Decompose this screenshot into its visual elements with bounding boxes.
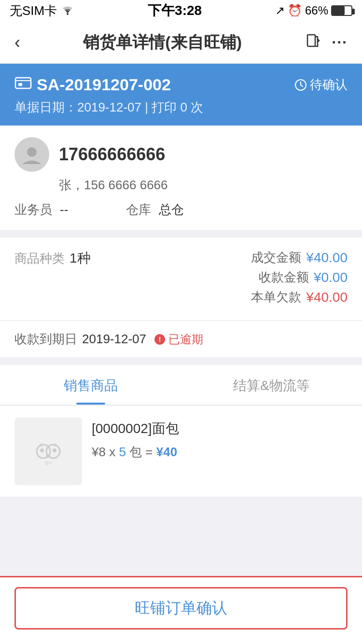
product-qty: 5 [119,445,125,459]
bottom-bar: 旺铺订单确认 [0,576,362,644]
amount-val-2: ¥40.00 [306,290,348,305]
product-section: 管+ [0000002]面包 ¥8 x 5 包 = ¥40 [0,406,362,497]
product-image: 管+ [14,418,82,485]
product-types-value: 1种 [70,249,91,267]
summary-right: 成交金额 ¥40.00 收款金额 ¥0.00 本单欠款 ¥40.00 [251,249,348,308]
product-price: ¥8 x 5 包 = ¥40 [92,444,348,461]
status-bar-right: ↗ ⏰ 66% [275,4,352,17]
sales-rep-value: -- [60,202,68,217]
alarm-icon: ⏰ [288,4,302,17]
svg-point-5 [27,147,37,157]
amount-val-1: ¥0.00 [314,270,348,285]
header-card: SA-20191207-002 待确认 单据日期：2019-12-07 | 打印… [0,64,362,126]
nav-bar: ‹ 销货单详情(来自旺铺) ··· [0,21,362,64]
status-time: 下午3:28 [148,1,202,20]
battery-icon [331,5,352,16]
page-title: 销货单详情(来自旺铺) [83,31,242,54]
overdue-section: 收款到期日 2019-12-07 ! 已逾期 [0,321,362,357]
overdue-badge: ! 已逾期 [154,332,203,347]
order-icon [14,75,32,94]
amount-label-1: 收款金额 [259,269,309,286]
warehouse-value: 总仓 [159,201,184,218]
svg-rect-3 [18,83,22,86]
overdue-date: 2019-12-07 [82,332,146,347]
svg-text:!: ! [159,336,161,343]
customer-meta: 业务员 -- 仓库 总仓 [14,201,348,218]
status-bar: 无SIM卡 下午3:28 ↗ ⏰ 66% [0,0,362,21]
status-bar-left: 无SIM卡 [10,2,74,19]
wifi-icon [61,3,74,18]
svg-point-0 [67,13,69,15]
svg-point-10 [40,448,44,452]
nav-actions: ··· [305,32,348,53]
order-number: SA-20191207-002 [14,75,171,94]
carrier-label: 无SIM卡 [10,2,57,19]
product-name: [0000002]面包 [92,420,348,438]
order-status: 待确认 [294,76,348,93]
confirm-order-button[interactable]: 旺铺订单确认 [14,587,348,630]
amount-val-0: ¥40.00 [306,250,348,266]
summary-left: 商品种类 1种 [14,249,91,269]
order-date: 单据日期：2019-12-07 | 打印 0 次 [14,99,348,116]
svg-rect-2 [15,78,31,88]
product-types-label: 商品种类 [14,250,65,267]
summary-section: 商品种类 1种 成交金额 ¥40.00 收款金额 ¥0.00 本单欠款 ¥40.… [0,238,362,320]
more-button[interactable]: ··· [332,33,348,51]
customer-avatar [14,137,49,172]
tab-settlement[interactable]: 结算&物流等 [181,365,362,405]
warehouse-label: 仓库 [126,201,151,218]
svg-rect-1 [307,35,315,46]
tab-sales-product[interactable]: 销售商品 [0,365,181,405]
customer-section: 17666666666 张，156 6666 6666 业务员 -- 仓库 总仓 [0,126,362,230]
product-total: ¥40 [156,445,177,459]
customer-phone: 17666666666 [59,144,165,165]
customer-name: 张，156 6666 6666 [14,177,348,194]
svg-point-11 [53,448,56,452]
location-icon: ↗ [275,4,285,17]
svg-text:管+: 管+ [44,461,52,466]
product-info: [0000002]面包 ¥8 x 5 包 = ¥40 [92,418,348,461]
tabs-section: 销售商品 结算&物流等 [0,365,362,405]
amount-label-0: 成交金额 [251,249,301,266]
product-item: 管+ [0000002]面包 ¥8 x 5 包 = ¥40 [14,418,348,485]
share-button[interactable] [305,32,322,53]
amount-label-2: 本单欠款 [251,289,301,306]
sales-rep-label: 业务员 [14,201,52,218]
overdue-label: 收款到期日 [14,331,77,348]
battery-percent: 66% [305,4,328,17]
back-button[interactable]: ‹ [14,32,20,53]
